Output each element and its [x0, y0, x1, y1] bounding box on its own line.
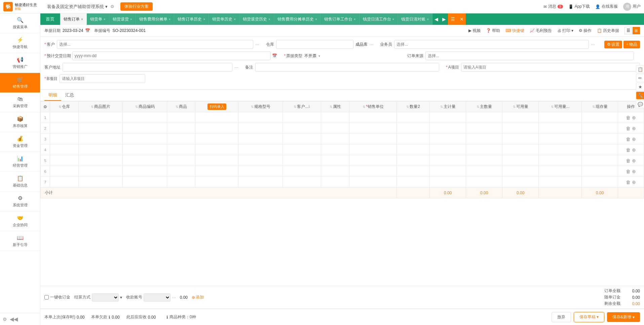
- sidebar-item-inventory[interactable]: 📦 库存核算: [0, 112, 40, 132]
- print-action-btn[interactable]: 🖨 打印 ▾: [556, 27, 575, 34]
- cell-available-3[interactable]: [502, 134, 539, 145]
- copy-row-icon[interactable]: ⊕: [632, 115, 636, 120]
- cell-spec-5[interactable]: [238, 155, 283, 166]
- delete-row-icon[interactable]: 🗑: [626, 169, 631, 174]
- table-container[interactable]: ⚙ ⇅仓库 ⇅商品图片 ⇅商品编码 ⇅商品 扫码录入 ⇅规格型号 ⇅客户...ℹ…: [40, 101, 644, 286]
- cell-available2-4[interactable]: [539, 145, 582, 155]
- address-input[interactable]: [63, 63, 232, 72]
- cell-code-1[interactable]: [123, 112, 167, 123]
- cell-product-2[interactable]: [167, 123, 195, 134]
- cell-code-7[interactable]: [123, 177, 167, 188]
- sidebar-item-operations[interactable]: 📊 经营管理: [0, 152, 40, 172]
- delete-row-icon[interactable]: 🗑: [626, 179, 631, 185]
- scan-btn[interactable]: 扫码录入: [207, 104, 226, 110]
- tab-close-icon[interactable]: ×: [81, 17, 83, 21]
- sidebar-item-marketing[interactable]: 📢 营销推广: [0, 53, 40, 73]
- cell-main-unit-1[interactable]: [430, 112, 466, 123]
- cell-available-2[interactable]: [502, 123, 539, 134]
- list-view-btn[interactable]: ☰: [624, 27, 632, 34]
- cell-warehouse-5[interactable]: [50, 155, 79, 166]
- b-project-input[interactable]: [60, 74, 145, 83]
- tab-more-btn[interactable]: ☰: [448, 13, 458, 25]
- settings-btn[interactable]: ⚙ 设置: [604, 41, 622, 48]
- cell-attribute-7[interactable]: [321, 177, 349, 188]
- tab-close-icon[interactable]: ×: [354, 17, 356, 21]
- cell-spec-4[interactable]: [238, 145, 283, 155]
- cell-available-4[interactable]: [502, 145, 539, 155]
- copy-row-icon[interactable]: ⊕: [632, 136, 636, 142]
- cell-code-3[interactable]: [123, 134, 167, 145]
- cell-spec-7[interactable]: [238, 177, 283, 188]
- tab-home[interactable]: 首页: [40, 13, 60, 25]
- cell-stock-2[interactable]: [582, 123, 618, 134]
- cell-main-qty-3[interactable]: [466, 134, 502, 145]
- cell-attribute-5[interactable]: [321, 155, 349, 166]
- cell-image-7[interactable]: [78, 177, 123, 188]
- tab-expense-split[interactable]: 销售费用分摊单 ×: [136, 13, 175, 25]
- cell-image-3[interactable]: [78, 134, 123, 145]
- cell-warehouse-1[interactable]: [50, 112, 79, 123]
- cell-warehouse-7[interactable]: [50, 177, 79, 188]
- copy-row-icon[interactable]: ⊕: [632, 158, 636, 163]
- cell-attribute-6[interactable]: [321, 166, 349, 177]
- customer-input[interactable]: [57, 40, 253, 49]
- online-service-btn[interactable]: 👤 在线客服: [595, 4, 618, 9]
- tab-reconcile[interactable]: 钱货日清对账 ×: [398, 13, 432, 25]
- cell-main-qty-2[interactable]: [466, 123, 502, 134]
- view-action-btn[interactable]: ▶ 视频: [467, 27, 482, 34]
- tab-close-icon[interactable]: ×: [169, 17, 171, 21]
- cell-image-5[interactable]: [78, 155, 123, 166]
- cell-qty2-7[interactable]: [397, 177, 430, 188]
- float-btn-3[interactable]: ★: [636, 83, 644, 91]
- tab-daily-workbench[interactable]: 钱货日清工作台 ×: [359, 13, 398, 25]
- cell-qty2-4[interactable]: [397, 145, 430, 155]
- tab-delivery-history[interactable]: 销货单历史 ×: [209, 13, 239, 25]
- cell-stock-3[interactable]: [582, 134, 618, 145]
- cell-stock-4[interactable]: [582, 145, 618, 155]
- remark-input[interactable]: [255, 63, 439, 72]
- cell-qty2-1[interactable]: [397, 112, 430, 123]
- operation-action-btn[interactable]: ⚙ 操作: [577, 27, 593, 34]
- cell-main-qty-5[interactable]: [466, 155, 502, 166]
- cell-stock-6[interactable]: [582, 166, 618, 177]
- discard-btn[interactable]: 放弃: [552, 312, 571, 322]
- cell-stock-7[interactable]: [582, 177, 618, 188]
- cell-main-unit-5[interactable]: [430, 155, 466, 166]
- copy-row-icon[interactable]: ⊕: [632, 147, 636, 153]
- cell-code-2[interactable]: [123, 123, 167, 134]
- cell-image-4[interactable]: [78, 145, 123, 155]
- cell-unit-1[interactable]: [349, 112, 397, 123]
- cell-spec-6[interactable]: [238, 166, 283, 177]
- sidebar-item-purchase[interactable]: 🛍 采购管理: [0, 93, 40, 112]
- cell-main-qty-4[interactable]: [466, 145, 502, 155]
- sidebar-collapse-btn[interactable]: ◀◀: [10, 316, 18, 322]
- float-btn-2[interactable]: ✏: [636, 74, 644, 82]
- delivery-calendar-icon[interactable]: 📅: [272, 53, 277, 58]
- tab-close-icon[interactable]: ×: [392, 17, 394, 21]
- cell-available-6[interactable]: [502, 166, 539, 177]
- pay-method-select[interactable]: [92, 293, 119, 301]
- sidebar-item-system[interactable]: ⚙ 系统管理: [0, 192, 40, 211]
- tab-close-all-btn[interactable]: ✕: [458, 13, 466, 25]
- cell-qty2-5[interactable]: [397, 155, 430, 166]
- th-settings[interactable]: ⚙: [41, 101, 50, 112]
- tab-close-icon[interactable]: ×: [104, 17, 106, 21]
- cell-attribute-1[interactable]: [321, 112, 349, 123]
- help-action-btn[interactable]: ❓ 帮助: [485, 27, 501, 34]
- cell-attribute-2[interactable]: [321, 123, 349, 134]
- tab-summary[interactable]: 汇总: [61, 90, 78, 101]
- cell-customer-code-6[interactable]: [282, 166, 321, 177]
- quick-deposit-checkbox[interactable]: [44, 295, 49, 299]
- delete-row-icon[interactable]: 🗑: [626, 136, 631, 142]
- sidebar-item-search[interactable]: 🔍 搜索菜单: [0, 13, 40, 33]
- add-amount-btn[interactable]: ⊕ 添加: [192, 294, 204, 300]
- cell-available-7[interactable]: [502, 177, 539, 188]
- float-btn-4[interactable]: 🔧: [636, 91, 644, 99]
- cell-available2-2[interactable]: [539, 123, 582, 134]
- cell-code-6[interactable]: [123, 166, 167, 177]
- save-new-btn[interactable]: 保存&新增 ▾: [607, 312, 640, 322]
- cell-available-1[interactable]: [502, 112, 539, 123]
- cell-available2-1[interactable]: [539, 112, 582, 123]
- cell-unit-4[interactable]: [349, 145, 397, 155]
- cell-image-6[interactable]: [78, 166, 123, 177]
